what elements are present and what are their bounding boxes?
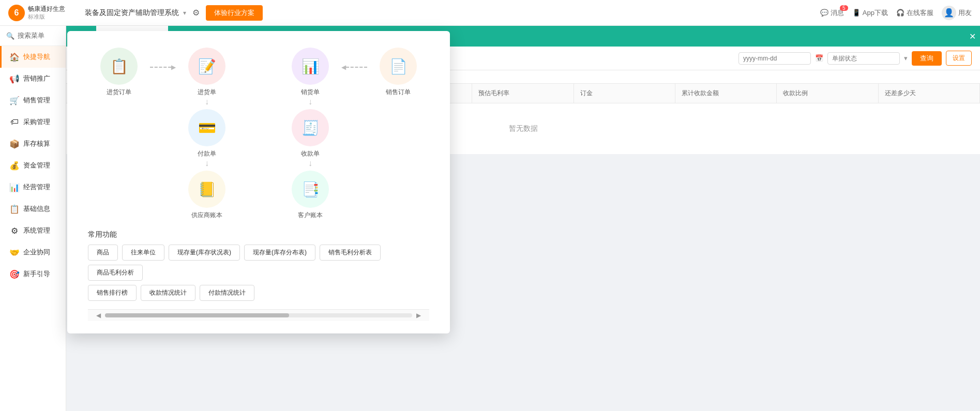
purchase-order-icon: 📋 [110,58,128,75]
flow-row-3: 📒 供应商账本 📑 客户账本 [88,171,429,220]
down-arrow-4: ↓ [308,159,312,168]
flow-node-sales[interactable]: 📊 销货单 [279,48,341,97]
sales-label: 销货单 [301,88,320,97]
sales-order-circle: 📄 [380,48,417,85]
spacer-m1 [150,109,176,158]
sales-order-icon: 📄 [389,58,408,75]
common-btn-payment-stats[interactable]: 付款情况统计 [200,285,254,301]
arrow-row-2: ↓ ↓ [88,158,429,169]
arrow-2: ◀ [341,64,367,81]
customer-ledger-circle: 📑 [292,171,329,208]
spacer-m3 [341,109,367,158]
receipt-label: 收款单 [301,149,320,158]
flow-row-2: 💳 付款单 🧾 收款单 [88,109,429,158]
sp-m2-2 [238,158,279,169]
customer-ledger-label: 客户账本 [298,211,323,220]
common-btns-row-2: 销售排行榜 收款情况统计 付款情况统计 [88,285,429,301]
common-btn-sales-gross[interactable]: 销售毛利分析表 [320,245,381,261]
arrow-row: ↓ ↓ [88,97,429,107]
sp-m1-2 [150,158,176,169]
flow-node-receipt[interactable]: 🧾 收款单 [279,109,341,158]
down-arrow-3: ↓ [205,159,209,168]
purchase-order-circle: 📋 [100,48,138,85]
supplier-ledger-circle: 📒 [188,171,225,208]
sales-order-label: 销售订单 [386,88,411,97]
sales-circle: 📊 [292,48,329,85]
quick-nav-modal: 📋 进货订单 ▶ [67,47,450,333]
sp-m3-2 [341,158,367,169]
spacer-mid [238,97,279,107]
receipt-icon: 🧾 [301,119,320,136]
modal-scrollbar: ◀ ▶ [88,309,429,321]
spacer-mid-right [341,97,367,107]
flow-node-purchase[interactable]: 📝 进货单 [176,48,238,97]
sp-m3-3 [341,171,367,220]
sales-icon: 📊 [301,58,320,75]
sp-r3 [367,171,429,220]
common-btn-stock-status[interactable]: 现存量(库存状况表) [169,245,240,261]
scroll-right-icon[interactable]: ▶ [416,312,421,319]
flow-node-sales-order[interactable]: 📄 销售订单 [367,48,429,97]
common-functions-title: 常用功能 [88,230,429,239]
flow-node-supplier-ledger[interactable]: 📒 供应商账本 [176,171,238,220]
common-functions-section: 常用功能 商品 往来单位 现存量(库存状况表) 现存量(库存分布表) 销售毛利分… [88,230,429,301]
flow-node-customer-ledger[interactable]: 📑 客户账本 [279,171,341,220]
purchase-icon: 📝 [198,58,216,75]
arrow-down-receipt: ↓ [279,158,341,169]
receipt-circle: 🧾 [292,109,329,146]
purchase-circle: 📝 [188,48,225,85]
payment-label: 付款单 [198,149,216,158]
app-container: 6 畅康通好生意 标准版 装备及固定资产辅助管理系统 ▾ ⚙ 体验行业方案 💬 … [0,0,980,411]
purchase-label: 进货单 [198,88,216,97]
arrow-1: ▶ [150,64,176,81]
spacer-mid-left [150,97,176,107]
customer-ledger-icon: 📑 [301,181,320,198]
payment-circle: 💳 [188,109,225,146]
down-arrow-1: ↓ [205,98,209,106]
arrow-down-payment: ↓ [176,158,238,169]
flow-node-payment[interactable]: 💳 付款单 [176,109,238,158]
scroll-left-icon[interactable]: ◀ [96,312,101,319]
common-btn-sales-ranking[interactable]: 销售排行榜 [88,285,137,301]
common-btn-stock-dist[interactable]: 现存量(库存分布表) [244,245,315,261]
page-content: ❓ 帮助 🖨 按模板打印 ▾ 📤 导出 🔄 刷新 [66,47,980,411]
common-btn-receipt-stats[interactable]: 收款情况统计 [141,285,195,301]
common-btn-product[interactable]: 商品 [88,245,118,261]
arrow-down-sales: ↓ [279,97,341,107]
flow-diagram: 📋 进货订单 ▶ [88,48,429,220]
payment-icon: 💳 [198,119,216,136]
sp-l3 [88,171,150,220]
down-arrow-2: ↓ [308,98,312,106]
arrow-down-purchase: ↓ [176,97,238,107]
supplier-ledger-label: 供应商账本 [191,211,222,220]
content-area: 首页 销售订单执行表 ✕ ✕ ❓ 帮助 🖨 按 [66,26,980,411]
flow-node-purchase-order[interactable]: 📋 进货订单 [88,48,150,97]
sp-m2-3 [238,171,279,220]
supplier-ledger-icon: 📒 [198,181,216,198]
main-area: 🔍 搜索菜单 🏠 快捷导航 📢 营销推广 🛒 销售管理 🏷 采购管理 📦 [0,26,980,411]
scrollbar-thumb [105,313,289,317]
spacer-left [88,97,150,107]
common-btns-row-1: 商品 往来单位 现存量(库存状况表) 现存量(库存分布表) 销售毛利分析表 商品… [88,245,429,281]
modal-overlay: 📋 进货订单 ▶ [66,47,980,411]
scrollbar-track[interactable] [105,313,412,317]
sp-r2 [367,158,429,169]
spacer-m2 [238,109,279,158]
spacer-r [367,109,429,158]
spacer-right [367,97,429,107]
sp-l2 [88,158,150,169]
sp-m1-3 [150,171,176,220]
common-btn-partner[interactable]: 往来单位 [122,245,164,261]
flow-row-1: 📋 进货订单 ▶ [88,48,429,97]
common-btn-product-gross[interactable]: 商品毛利分析 [88,265,143,281]
spacer-l [88,109,150,158]
purchase-order-label: 进货订单 [107,88,131,97]
